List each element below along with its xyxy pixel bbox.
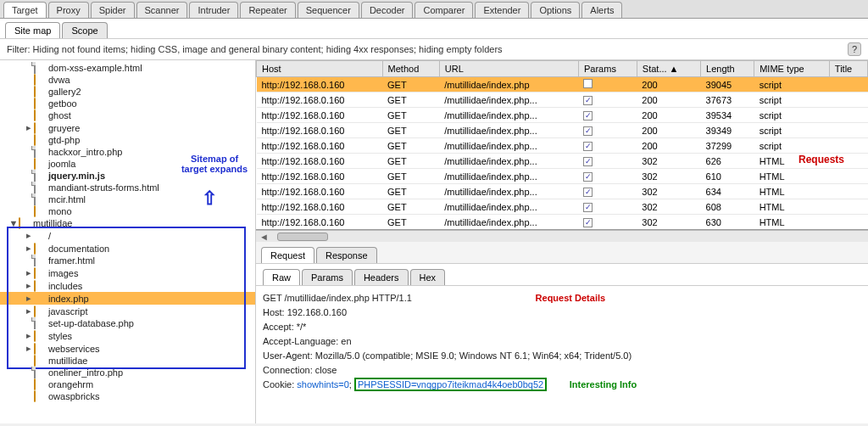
tree-label: mcir.html: [48, 194, 86, 205]
tab-options[interactable]: Options: [531, 2, 580, 18]
tree-toggle-icon[interactable]: ▸: [24, 267, 34, 278]
inner-tab-params[interactable]: Params: [302, 269, 353, 285]
column-header[interactable]: Title: [829, 61, 867, 77]
tab-spider[interactable]: Spider: [91, 2, 135, 18]
tree-label: joomla: [48, 159, 75, 169]
file-icon: [34, 255, 36, 266]
table-row[interactable]: http://192.168.0.160GET/mutillidae/index…: [257, 184, 868, 199]
table-row[interactable]: http://192.168.0.160GET/mutillidae/index…: [257, 108, 868, 123]
tree-item[interactable]: dom-xss-example.html: [0, 62, 255, 74]
tab-alerts[interactable]: Alerts: [581, 2, 622, 18]
tree-item[interactable]: framer.html: [0, 255, 255, 266]
tree-label: oneliner_intro.php: [48, 367, 123, 378]
tab-target[interactable]: Target: [3, 2, 47, 18]
table-row[interactable]: http://192.168.0.160GET/mutillidae/index…: [257, 154, 868, 169]
subtab-scope[interactable]: Scope: [62, 22, 107, 38]
detail-tab-request[interactable]: Request: [261, 247, 314, 263]
filter-text: Filter: Hiding not found items; hiding C…: [7, 44, 503, 54]
file-icon: [34, 367, 36, 378]
folder-icon: [34, 74, 36, 86]
tree-item[interactable]: ▸images: [0, 266, 255, 279]
sitemap-tree[interactable]: Sitemap of target expands ⇧ dom-xss-exam…: [0, 60, 256, 423]
tree-item[interactable]: ▸javascript: [0, 305, 255, 317]
table-row[interactable]: http://192.168.0.160GET/mutillidae/index…: [257, 199, 868, 215]
table-row[interactable]: http://192.168.0.160GET/mutillidae/index…: [257, 123, 868, 138]
file-icon: [34, 146, 36, 158]
tree-item[interactable]: owaspbricks: [0, 390, 255, 402]
tab-comparer[interactable]: Comparer: [415, 2, 473, 18]
tab-intruder[interactable]: Intruder: [189, 2, 238, 18]
tab-sequencer[interactable]: Sequencer: [298, 2, 359, 18]
tab-proxy[interactable]: Proxy: [48, 2, 89, 18]
column-header[interactable]: Method: [382, 61, 439, 77]
table-row[interactable]: http://192.168.0.160GET/mutillidae/index…: [257, 230, 868, 231]
tree-item[interactable]: gtd-php: [0, 134, 255, 146]
filter-bar[interactable]: Filter: Hiding not found items; hiding C…: [0, 39, 868, 60]
detail-tab-response[interactable]: Response: [316, 247, 377, 263]
folder-icon: [34, 355, 36, 367]
help-icon[interactable]: ?: [848, 42, 861, 56]
tree-label: mutillidae: [48, 356, 87, 366]
scroll-thumb[interactable]: [277, 233, 328, 241]
horizontal-scrollbar[interactable]: ◄: [256, 230, 868, 242]
table-row[interactable]: http://192.168.0.160GET/mutillidae/index…: [257, 215, 868, 230]
inner-tab-raw[interactable]: Raw: [263, 269, 300, 285]
tree-label: index.php: [48, 294, 89, 304]
tree-toggle-icon[interactable]: ▸: [24, 243, 34, 254]
inner-tab-hex[interactable]: Hex: [410, 269, 446, 285]
column-header[interactable]: Params: [578, 61, 637, 77]
table-row[interactable]: http://192.168.0.160GET/mutillidae/index…: [257, 92, 868, 108]
folder-icon: [34, 134, 36, 146]
folder-icon: [34, 205, 36, 217]
column-header[interactable]: Host: [257, 61, 383, 77]
tree-item[interactable]: oneliner_intro.php: [0, 367, 255, 378]
tree-item[interactable]: ▸styles: [0, 329, 255, 342]
tree-toggle-icon[interactable]: ▸: [24, 122, 34, 133]
table-row[interactable]: http://192.168.0.160GET/mutillidae/index…: [257, 138, 868, 154]
tab-scanner[interactable]: Scanner: [136, 2, 188, 18]
params-checkbox: [583, 79, 593, 88]
tree-item[interactable]: ▸gruyere: [0, 121, 255, 134]
tree-item[interactable]: ▸/: [0, 229, 255, 242]
tree-item[interactable]: ▸documentation: [0, 242, 255, 255]
column-header[interactable]: Stat... ▲: [637, 61, 700, 77]
folder-icon: [34, 343, 36, 355]
tree-item[interactable]: mutillidae: [0, 355, 255, 367]
tree-toggle-icon[interactable]: ▸: [24, 280, 34, 291]
tree-toggle-icon[interactable]: ▼: [8, 218, 19, 228]
raw-request[interactable]: GET /mutillidae/index.php HTTP/1.1 Reque…: [256, 286, 868, 397]
tree-label: styles: [48, 331, 72, 341]
column-header[interactable]: Length: [701, 61, 754, 77]
column-header[interactable]: MIME type: [754, 61, 830, 77]
tree-toggle-icon[interactable]: ▸: [24, 343, 34, 354]
subtab-site-map[interactable]: Site map: [5, 22, 60, 38]
tree-label: includes: [48, 281, 82, 291]
tab-repeater[interactable]: Repeater: [240, 2, 295, 18]
tree-item[interactable]: ▸index.php: [0, 292, 255, 305]
tree-toggle-icon[interactable]: ▸: [24, 305, 34, 317]
tree-item[interactable]: ▸webservices: [0, 342, 255, 355]
column-header[interactable]: URL: [439, 61, 578, 77]
tree-item[interactable]: ▸includes: [0, 279, 255, 292]
tree-label: gruyere: [48, 123, 80, 133]
tree-toggle-icon[interactable]: ▸: [24, 230, 34, 241]
tree-item[interactable]: ▼mutillidae: [0, 217, 255, 229]
file-icon: [34, 193, 36, 205]
tab-decoder[interactable]: Decoder: [361, 2, 414, 18]
tree-item[interactable]: getboo: [0, 98, 255, 109]
tree-item[interactable]: orangehrm: [0, 378, 255, 390]
cookie-label: Cookie:: [263, 379, 297, 390]
folder-icon: [34, 86, 36, 98]
tree-item[interactable]: set-up-database.php: [0, 317, 255, 329]
folder-icon: [34, 390, 36, 402]
tree-item[interactable]: dvwa: [0, 74, 255, 86]
tree-toggle-icon[interactable]: ▸: [24, 330, 34, 341]
table-row[interactable]: http://192.168.0.160GET/mutillidae/index…: [257, 169, 868, 184]
requests-table[interactable]: HostMethodURLParamsStat... ▲LengthMIME t…: [256, 60, 868, 230]
tree-toggle-icon[interactable]: ▸: [24, 293, 34, 304]
tree-item[interactable]: gallery2: [0, 86, 255, 98]
tab-extender[interactable]: Extender: [475, 2, 529, 18]
table-row[interactable]: http://192.168.0.160GET/mutillidae/index…: [257, 77, 868, 92]
tree-item[interactable]: ghost: [0, 109, 255, 121]
inner-tab-headers[interactable]: Headers: [354, 269, 409, 285]
